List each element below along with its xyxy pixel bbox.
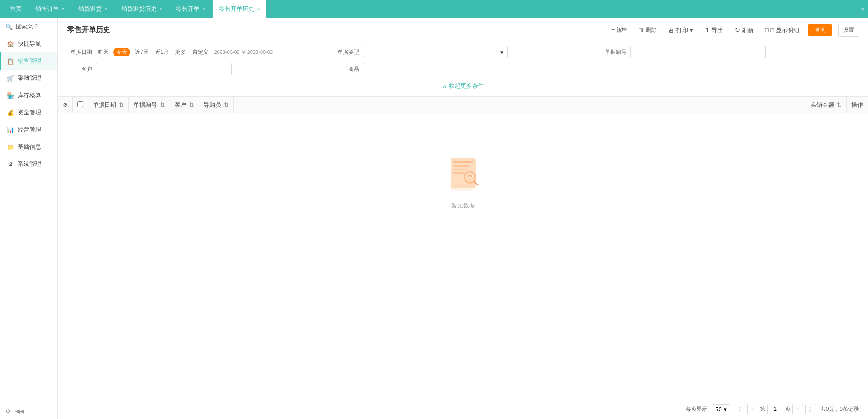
sort-date-icon[interactable]: ⇅ [119,101,124,108]
page-prefix-label: 第 [760,405,765,413]
data-table: ⚙ 单据日期 ⇅ 单据编号 ⇅ 客户 ⇅ [58,97,868,113]
th-checkbox[interactable] [73,97,88,113]
customer-filter-label: 客户 [67,66,92,73]
svg-rect-3 [453,165,469,167]
sidebar-item-inventory[interactable]: 🏪 库存核算 [0,87,57,104]
next-page-btn[interactable]: › [792,404,803,414]
empty-state: 暂无数据 [58,113,868,246]
close-all-btn[interactable]: × [861,6,864,13]
sidebar-search[interactable]: 🔍 搜索采单 [0,18,57,35]
tab-sales-return[interactable]: 销货退货 × [72,0,114,18]
month1-shortcut[interactable]: 近1月 [153,48,171,56]
sidebar-item-label: 销售管理 [18,57,41,65]
goods-filter-label: 商品 [334,66,359,73]
page-suffix-label: 页 [785,405,791,413]
yesterday-shortcut[interactable]: 昨天 [96,48,110,56]
settings-bottom-icon[interactable]: ⚙ [5,408,11,414]
prev-page-btn[interactable]: ‹ [747,404,758,414]
add-button[interactable]: + 新增 [609,24,630,36]
type-filter-label: 单据类型 [334,48,359,56]
sort-amount-icon[interactable]: ⇅ [837,101,842,108]
delete-button[interactable]: 🗑 删除 [636,24,659,36]
sidebar-item-label: 采购管理 [18,74,41,82]
th-spacer [234,97,806,113]
settings-button[interactable]: 设置 [838,24,859,37]
tab-retail-open-history[interactable]: 零售开单历史 × [213,0,266,18]
top-nav: 首页 销售订单 × 销货退货 × 销货退货历史 × 零售开单 × 零售开单历史 … [0,0,868,18]
query-button[interactable]: 查询 [808,24,832,36]
tab-home[interactable]: 首页 [4,0,28,18]
type-select[interactable]: ▾ [363,46,508,58]
sidebar-item-label: 经营管理 [18,126,41,134]
table-header: ⚙ 单据日期 ⇅ 单据编号 ⇅ 客户 ⇅ [58,97,868,113]
header-row: ⚙ 单据日期 ⇅ 单据编号 ⇅ 客户 ⇅ [58,97,868,113]
export-icon: ⬆ [705,27,710,33]
collapse-filters-btn[interactable]: ∧ 收起更多条件 [67,80,859,92]
svg-rect-5 [453,172,465,174]
close-tab-retail-open[interactable]: × [202,6,205,12]
number-filter-group: 单据编号 [601,46,859,58]
week7-shortcut[interactable]: 近7天 [133,48,151,56]
page-number-input[interactable] [767,404,783,414]
sidebar-item-sales[interactable]: 📋 销售管理 [0,52,57,70]
date-shortcuts: 昨天 今天 近7天 近1月 更多 自定义 [96,48,210,56]
sidebar-item-purchase[interactable]: 🛒 采购管理 [0,70,57,87]
operation-icon: 📊 [7,126,14,133]
th-number: 单据编号 ⇅ [129,97,170,113]
select-all-checkbox[interactable] [77,101,83,107]
search-icon: 🔍 [5,23,13,30]
close-tab-retail-open-history[interactable]: × [257,6,260,12]
purchase-icon: 🛒 [7,75,14,82]
sort-customer-icon[interactable]: ⇅ [189,101,194,108]
date-range-display: 2023-06-02 至 2023-06-02 [214,49,273,56]
last-page-btn[interactable]: ⟫ [805,404,816,414]
sidebar-item-operation[interactable]: 📊 经营管理 [0,121,57,138]
per-page-label: 每页显示 [686,405,707,413]
per-page-select[interactable]: 50 ▾ [712,404,730,414]
customer-ellipsis: ... [100,66,105,73]
sidebar-item-finance[interactable]: 💰 资金管理 [0,104,57,121]
filter-row-2: 客户 ... 商品 ... [67,63,859,75]
print-button[interactable]: 🖨 打印 ▾ [666,24,696,36]
sidebar-item-system[interactable]: ⚙ 系统管理 [0,155,57,173]
custom-shortcut[interactable]: 自定义 [190,48,210,56]
more-shortcut[interactable]: 更多 [173,48,188,56]
svg-rect-4 [453,169,467,170]
inventory-icon: 🏪 [7,92,14,99]
close-tab-sales-order[interactable]: × [62,6,65,12]
per-page-dropdown-icon: ▾ [724,406,727,413]
first-page-btn[interactable]: ⟪ [735,404,745,414]
date-filter-group: 单据日期 昨天 今天 近7天 近1月 更多 自定义 2023-06-02 至 2… [67,48,325,56]
customer-filter-group: 客户 ... [67,63,325,75]
sidebar-item-quick-nav[interactable]: 🏠 快捷导航 [0,35,57,52]
th-settings[interactable]: ⚙ [58,97,73,113]
tab-sales-order[interactable]: 销售订单 × [29,0,71,18]
th-guide: 导购员 ⇅ [199,97,234,113]
collapse-icon: ∧ [442,83,447,89]
empty-text: 暂无数据 [451,202,475,210]
tab-sales-return-history[interactable]: 销货退货历史 × [115,0,169,18]
sidebar-item-basic[interactable]: 📁 基础信息 [0,138,57,155]
goods-ellipsis: ... [367,66,372,73]
close-tab-sales-return-history[interactable]: × [159,6,162,12]
sort-number-icon[interactable]: ⇅ [160,101,165,108]
sales-icon: 📋 [7,57,14,65]
goods-input[interactable]: ... [363,63,498,75]
refresh-button[interactable]: ↻ 刷新 [732,24,756,36]
top-nav-right: × [861,6,864,13]
sort-guide-icon[interactable]: ⇅ [224,101,229,108]
finance-icon: 💰 [7,109,14,116]
number-input[interactable] [630,46,766,58]
refresh-icon: ↻ [735,27,740,33]
show-detail-button[interactable]: □ □ 显示明细 [763,24,802,36]
filter-area: 单据日期 昨天 今天 近7天 近1月 更多 自定义 2023-06-02 至 2… [67,41,859,96]
close-tab-sales-return[interactable]: × [104,6,108,12]
toolbar: + 新增 🗑 删除 🖨 打印 ▾ ⬆ 导出 ↻ 刷新 [609,24,859,37]
svg-point-9 [468,175,470,177]
today-shortcut[interactable]: 今天 [113,48,130,56]
customer-input[interactable]: ... [96,63,232,75]
collapse-sidebar-icon[interactable]: ◀◀ [15,408,24,414]
number-filter-label: 单据编号 [601,48,626,56]
export-button[interactable]: ⬆ 导出 [702,24,726,36]
tab-retail-open[interactable]: 零售开单 × [170,0,212,18]
